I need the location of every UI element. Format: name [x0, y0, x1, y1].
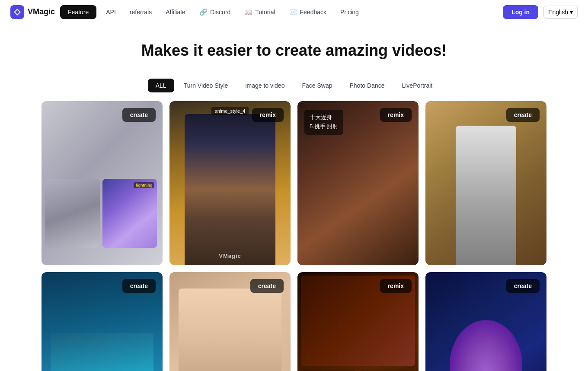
login-button[interactable]: Log in [503, 5, 538, 19]
card-3-overlay: 十大近身 5.挑手 肘肘 [304, 110, 343, 135]
card-3-text-line1: 十大近身 [310, 113, 338, 122]
lang-label: English [548, 9, 568, 16]
tab-turn-video-style[interactable]: Turn Video Style [176, 79, 236, 92]
hero-title: Makes it easier to create amazing videos… [9, 41, 579, 60]
pricing-label: Pricing [340, 9, 359, 16]
language-selector[interactable]: English ▾ [543, 6, 578, 19]
card-1-inner: lightning create [42, 101, 163, 265]
feedback-label: Feedback [300, 9, 326, 16]
card-1: lightning create [42, 101, 163, 265]
logo-icon [10, 5, 24, 19]
lightning-label: lightning [134, 182, 154, 188]
card-4-create-button[interactable]: create [506, 108, 540, 122]
tutorial-icon: 📖 [244, 8, 252, 16]
card-2-remix-button[interactable]: remix [252, 108, 284, 122]
tab-photo-dance[interactable]: Photo Dance [342, 79, 393, 92]
api-link[interactable]: API [100, 5, 122, 19]
card-6-inner: create [169, 272, 291, 371]
gallery-grid: lightning create anime_style_4 VMagic re… [35, 101, 553, 371]
card-8-create-button[interactable]: create [506, 279, 540, 293]
referrals-link[interactable]: referrals [124, 5, 158, 19]
discord-icon: 🔗 [199, 8, 208, 16]
pricing-link[interactable]: Pricing [334, 5, 365, 19]
discord-link[interactable]: 🔗 Discord [193, 5, 236, 19]
referrals-label: referrals [130, 9, 152, 16]
card-5-create-button[interactable]: create [122, 279, 156, 293]
card-2-figure [185, 114, 275, 265]
card-3: 十大近身 5.挑手 肘肘 remix [297, 101, 419, 265]
tab-image-to-video[interactable]: image to video [237, 79, 292, 92]
tab-liveportrait[interactable]: LivePortrait [394, 79, 440, 92]
card-3-remix-button[interactable]: remix [380, 108, 412, 122]
navbar: VMagic Feature API referrals Affiliate 🔗… [0, 0, 588, 24]
card-7-remix-button[interactable]: remix [380, 279, 412, 293]
card-8: create [425, 272, 546, 371]
card-1-create-button[interactable]: create [122, 108, 156, 122]
chevron-down-icon: ▾ [570, 9, 573, 16]
card-1-sub-image-b: lightning [102, 179, 157, 248]
card-1-sub-image-a [45, 179, 100, 248]
card-6-create-button[interactable]: create [250, 279, 284, 293]
tutorial-label: Tutorial [255, 9, 275, 16]
card-2-style-label: anime_style_4 [211, 107, 249, 115]
card-5-inner: create [42, 272, 163, 371]
affiliate-link[interactable]: Affiliate [160, 5, 192, 19]
card-6-figure [179, 289, 281, 371]
card-2-watermark: VMagic [219, 253, 241, 259]
filter-tabs: ALL Turn Video Style image to video Face… [0, 79, 588, 92]
affiliate-label: Affiliate [166, 9, 185, 16]
tab-face-swap[interactable]: Face Swap [294, 79, 340, 92]
card-5: create [42, 272, 163, 371]
feedback-icon: ✉️ [289, 8, 297, 16]
card-4-figure [456, 126, 516, 265]
card-3-text-line2: 5.挑手 肘肘 [310, 122, 338, 131]
card-4-inner: create [425, 101, 546, 265]
card-8-inner: create [425, 272, 546, 371]
card-6: create [169, 272, 291, 371]
card-7: remix [297, 272, 419, 371]
card-4: create [425, 101, 546, 265]
logo[interactable]: VMagic [10, 5, 55, 19]
logo-text: VMagic [28, 7, 55, 16]
hero-section: Makes it easier to create amazing videos… [0, 24, 588, 68]
feedback-link[interactable]: ✉️ Feedback [283, 5, 332, 19]
card-1-images: lightning [45, 179, 159, 248]
card-5-scene [51, 333, 153, 371]
tab-all[interactable]: ALL [148, 79, 174, 92]
card-2-inner: anime_style_4 VMagic remix [169, 101, 291, 265]
feature-button[interactable]: Feature [60, 5, 96, 19]
discord-label: Discord [210, 9, 230, 16]
card-7-inner: remix [297, 272, 419, 371]
tutorial-link[interactable]: 📖 Tutorial [238, 5, 281, 19]
card-2: anime_style_4 VMagic remix [169, 101, 291, 265]
card-3-inner: 十大近身 5.挑手 肘肘 remix [297, 101, 419, 265]
api-label: API [106, 9, 116, 16]
